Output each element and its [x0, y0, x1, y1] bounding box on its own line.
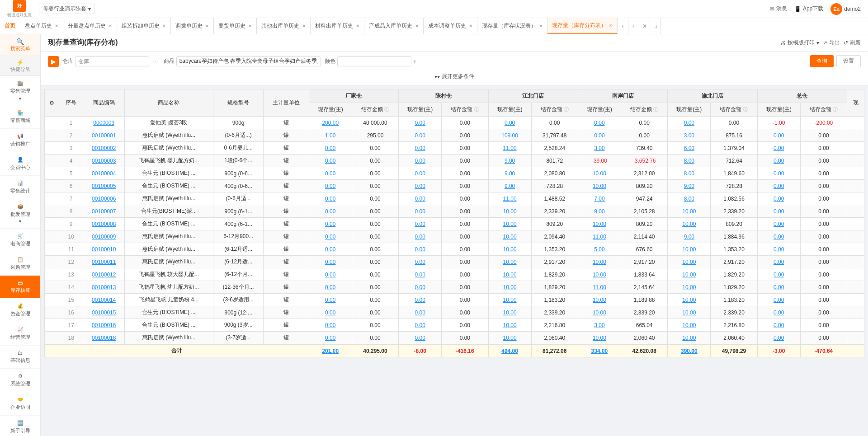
cell-t-stock[interactable]: 0.00: [757, 332, 800, 345]
cell-cs-stock[interactable]: 0.00: [399, 268, 442, 281]
tab-inventory-count[interactable]: 盘点单历史 ✕: [20, 18, 63, 34]
cell-f-stock[interactable]: 0.00: [309, 281, 352, 294]
cell-cs-stock[interactable]: 0.00: [399, 230, 442, 243]
sidebar-item-finance[interactable]: 💰 资金管理: [0, 299, 40, 322]
export-btn[interactable]: ↗ 导出: [823, 39, 840, 47]
cell-jb-stock[interactable]: 0.00: [488, 117, 531, 129]
warehouse-dots[interactable]: ···: [151, 58, 160, 65]
sidebar-item-shop[interactable]: 🏪 零售商城: [0, 105, 40, 129]
product-input[interactable]: [176, 56, 321, 66]
cell-code[interactable]: 00100002: [83, 142, 125, 155]
cell-jb-stock[interactable]: 10.00: [488, 268, 531, 281]
cell-yb-stock[interactable]: 10.00: [668, 218, 711, 230]
close-icon[interactable]: ✕: [248, 23, 252, 28]
cell-jb-stock[interactable]: 11.00: [488, 142, 531, 155]
cell-f-stock[interactable]: 0.00: [309, 268, 352, 281]
tab-cost-adjust[interactable]: 成本调整单历史 ✕: [424, 18, 477, 34]
cell-yb-stock[interactable]: 10.00: [668, 256, 711, 268]
cell-f-stock[interactable]: 0.00: [309, 230, 352, 243]
tab-material-out[interactable]: 材料出库单历史 ✕: [311, 18, 364, 34]
cell-yb-stock[interactable]: 9.00: [668, 230, 711, 243]
cell-cs-stock[interactable]: 0.00: [399, 167, 442, 180]
cell-jb-stock[interactable]: 9.00: [488, 167, 531, 180]
cell-yb-stock[interactable]: 8.00: [668, 155, 711, 167]
tab-prev-btn[interactable]: ‹: [618, 18, 628, 34]
cell-f-stock[interactable]: 0.00: [309, 155, 352, 167]
cell-na-stock[interactable]: 10.00: [578, 294, 621, 306]
info-icon[interactable]: ⓘ: [743, 107, 748, 112]
query-btn[interactable]: 查询: [810, 55, 834, 67]
info-icon[interactable]: ⓘ: [474, 107, 479, 112]
cell-code[interactable]: 00100015: [83, 306, 125, 319]
cell-f-stock[interactable]: 200.00: [309, 117, 352, 129]
cell-code[interactable]: 00100007: [83, 205, 125, 218]
cell-na-stock[interactable]: 0.00: [578, 129, 621, 142]
sidebar-item-operation[interactable]: 📈 经营管理: [0, 322, 40, 346]
cell-f-stock[interactable]: 0.00: [309, 180, 352, 192]
cell-f-stock[interactable]: 0.00: [309, 294, 352, 306]
cell-t-stock[interactable]: 0.00: [757, 294, 800, 306]
refresh-btn[interactable]: ↺ 刷新: [844, 39, 861, 47]
cell-na-stock[interactable]: 0.00: [578, 117, 621, 129]
sidebar-item-purchase[interactable]: 📋 采购管理: [0, 252, 40, 276]
cell-yb-stock[interactable]: 10.00: [668, 332, 711, 345]
cell-cs-stock[interactable]: 0.00: [399, 332, 442, 345]
tab-next-btn[interactable]: ›: [628, 18, 639, 34]
tab-purchase-order[interactable]: 要货单历史 ✕: [214, 18, 257, 34]
cell-f-stock[interactable]: 0.00: [309, 205, 352, 218]
cell-jb-stock[interactable]: 10.00: [488, 256, 531, 268]
footer-t-stock[interactable]: -3.00: [757, 344, 800, 357]
cell-yb-stock[interactable]: 10.00: [668, 294, 711, 306]
sidebar-search[interactable]: 🔍 搜索英单: [0, 34, 40, 56]
cell-code[interactable]: 00100008: [83, 218, 125, 230]
cell-cs-stock[interactable]: 0.00: [399, 281, 442, 294]
cell-t-stock[interactable]: 0.00: [757, 230, 800, 243]
cell-f-stock[interactable]: 0.00: [309, 142, 352, 155]
cell-jb-stock[interactable]: 10.00: [488, 281, 531, 294]
cell-code[interactable]: 00100005: [83, 180, 125, 192]
color-input[interactable]: [337, 56, 411, 66]
cell-code[interactable]: 00100006: [83, 192, 125, 205]
cell-cs-stock[interactable]: 0.00: [399, 117, 442, 129]
cell-f-stock[interactable]: 0.00: [309, 256, 352, 268]
cell-t-stock[interactable]: 0.00: [757, 192, 800, 205]
cell-code[interactable]: 00100004: [83, 167, 125, 180]
sidebar-nav[interactable]: ⚡ 快捷导航: [0, 56, 40, 76]
cell-t-stock[interactable]: 0.00: [757, 167, 800, 180]
tab-product-in[interactable]: 产成品入库单历史 ✕: [364, 18, 424, 34]
cell-jb-stock[interactable]: 9.00: [488, 155, 531, 167]
cell-yb-stock[interactable]: 6.00: [668, 142, 711, 155]
cell-na-stock[interactable]: 3.00: [578, 142, 621, 155]
sidebar-item-inventory[interactable]: 🗃 库存核算: [0, 276, 40, 299]
cell-na-stock[interactable]: 11.00: [578, 281, 621, 294]
cell-jb-stock[interactable]: 10.00: [488, 319, 531, 332]
info-icon[interactable]: ⓘ: [653, 107, 658, 112]
tab-stock-dist[interactable]: 现存量（库存分布表）✕: [547, 18, 618, 34]
cell-f-stock[interactable]: 0.00: [309, 192, 352, 205]
cell-cs-stock[interactable]: 0.00: [399, 218, 442, 230]
cell-jb-stock[interactable]: 10.00: [488, 205, 531, 218]
cell-cs-stock[interactable]: 0.00: [399, 155, 442, 167]
cell-yb-stock[interactable]: 10.00: [668, 306, 711, 319]
cell-cs-stock[interactable]: 0.00: [399, 306, 442, 319]
cell-f-stock[interactable]: 0.00: [309, 218, 352, 230]
cell-cs-stock[interactable]: 0.00: [399, 256, 442, 268]
cell-jb-stock[interactable]: 10.00: [488, 294, 531, 306]
cell-yb-stock[interactable]: 9.00: [668, 180, 711, 192]
cell-cs-stock[interactable]: 0.00: [399, 142, 442, 155]
cell-t-stock[interactable]: 0.00: [757, 243, 800, 256]
cell-f-stock[interactable]: 0.00: [309, 306, 352, 319]
info-icon[interactable]: ⓘ: [384, 107, 389, 112]
close-icon[interactable]: ✕: [108, 23, 112, 28]
cell-t-stock[interactable]: 0.00: [757, 155, 800, 167]
tab-bundle[interactable]: 组装拆卸单历史 ✕: [117, 18, 171, 34]
cell-f-stock[interactable]: 0.00: [309, 167, 352, 180]
sidebar-item-system[interactable]: ⚙ 系统管理: [0, 369, 40, 392]
cell-code[interactable]: 00100011: [83, 256, 125, 268]
cell-t-stock[interactable]: 0.00: [757, 180, 800, 192]
close-icon[interactable]: ✕: [539, 23, 542, 28]
sidebar-item-newbie[interactable]: 🆕 新手引导: [0, 416, 40, 436]
sidebar-item-retail-stats[interactable]: 📊 零售统计: [0, 176, 40, 199]
cell-code[interactable]: 00100014: [83, 294, 125, 306]
cell-yb-stock[interactable]: 0.00: [668, 117, 711, 129]
